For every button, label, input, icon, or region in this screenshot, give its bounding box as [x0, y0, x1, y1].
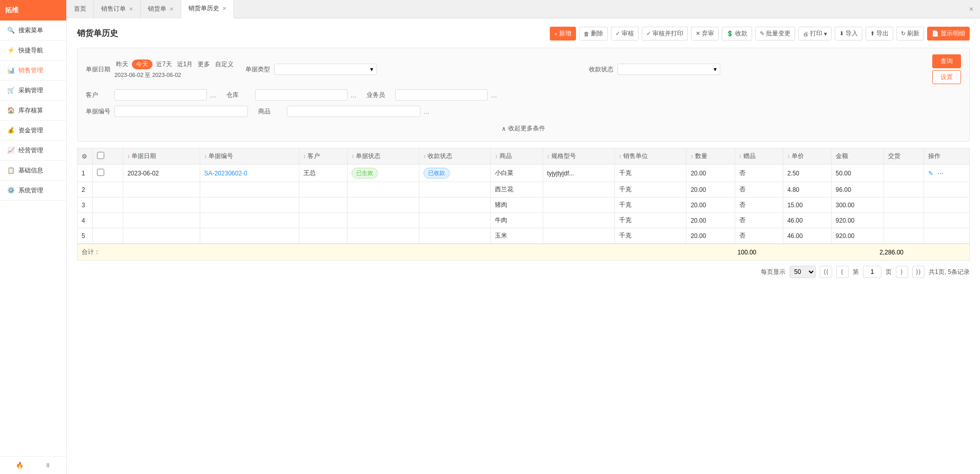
row5-doc-status — [347, 228, 419, 244]
row1-payment-status: 已收款 — [419, 165, 491, 182]
select-all-checkbox[interactable] — [97, 152, 104, 159]
customer-input[interactable] — [114, 89, 207, 101]
goods-dots-btn[interactable]: ... — [424, 107, 430, 115]
row1-price: 2.50 — [783, 165, 831, 182]
next-page-button[interactable]: ⟩ — [896, 266, 908, 278]
abandon-button[interactable]: ✕ 弃审 — [691, 27, 719, 41]
shortcut-yesterday[interactable]: 昨天 — [114, 60, 130, 69]
shortcut-7days[interactable]: 近7天 — [155, 60, 174, 69]
col-goods[interactable]: ↕ 商品 — [491, 148, 543, 165]
sidebar-pause-icon[interactable]: ⏸ — [45, 462, 51, 469]
salesman-input[interactable] — [395, 89, 488, 101]
sidebar-item-operations[interactable]: 📈 经营管理 — [0, 141, 66, 161]
collapse-button[interactable]: ∧ 收起更多条件 — [86, 122, 961, 135]
customer-dots-btn[interactable]: ... — [210, 91, 216, 99]
tab-sales-history-close[interactable]: ✕ — [222, 6, 226, 11]
goods-input[interactable] — [287, 106, 420, 117]
tab-close-all[interactable]: ✕ — [963, 6, 980, 13]
audit-print-icon: ✓ — [646, 30, 651, 37]
row1-unit: 千克 — [614, 165, 686, 182]
col-gear[interactable]: ⚙ — [78, 148, 93, 165]
col-payment-status[interactable]: ↕ 收款状态 — [419, 148, 491, 165]
search-menu-icon: 🔍 — [6, 26, 15, 35]
audit-button[interactable]: ✓ 审核 — [611, 27, 639, 41]
doc-type-select[interactable]: ▾ — [274, 64, 377, 75]
row2-seq: 2 — [78, 182, 93, 198]
tab-home[interactable]: 首页 — [67, 0, 94, 18]
sidebar-item-inventory[interactable]: 🏠 库存核算 — [0, 101, 66, 121]
delete-button[interactable]: 🗑 删除 — [579, 27, 608, 41]
export-button[interactable]: ⬆ 导出 — [866, 27, 893, 41]
row1-select[interactable] — [97, 169, 104, 176]
payment-status-select[interactable]: ▾ — [618, 64, 720, 75]
row4-unit: 千克 — [614, 213, 686, 228]
shortcut-custom[interactable]: 自定义 — [214, 60, 235, 69]
warehouse-dots-btn[interactable]: ... — [351, 91, 357, 99]
print-button[interactable]: 🖨 打印 ▾ — [798, 27, 832, 41]
setting-button[interactable]: 设置 — [932, 70, 961, 84]
col-doc-no[interactable]: ↕ 单据编号 — [200, 148, 299, 165]
doc-no-input[interactable] — [114, 106, 248, 117]
payment-status-dropdown-icon: ▾ — [714, 66, 717, 73]
collect-label: 收款 — [735, 29, 747, 38]
refresh-button[interactable]: ↻ 刷新 — [896, 27, 924, 41]
sidebar-item-search-menu[interactable]: 🔍 搜索菜单 — [0, 21, 66, 41]
tab-sales-goods[interactable]: 销货单 ✕ — [141, 0, 181, 18]
per-page-select[interactable]: 50 20 100 — [790, 266, 816, 278]
prev-page-button[interactable]: ⟨ — [836, 266, 849, 278]
shortcut-more[interactable]: 更多 — [196, 60, 212, 69]
new-button[interactable]: + 新增 — [550, 27, 576, 41]
tab-sales-goods-close[interactable]: ✕ — [169, 6, 174, 12]
sidebar-item-sales-mgmt[interactable]: 📊 销售管理 — [0, 61, 66, 81]
col-customer[interactable]: ↕ 客户 — [299, 148, 347, 165]
show-detail-button[interactable]: 📄 显示明细 — [927, 27, 970, 41]
sidebar-item-purchase-mgmt[interactable]: 🛒 采购管理 — [0, 81, 66, 101]
quick-nav-icon: ⚡ — [6, 46, 15, 55]
row1-doc-no-link[interactable]: SA-20230602-0 — [204, 170, 247, 177]
doc-type-dropdown-icon: ▾ — [370, 66, 373, 73]
salesman-dots-btn[interactable]: ... — [491, 91, 497, 99]
row2-spec — [543, 182, 614, 198]
sidebar-item-quick-nav[interactable]: ⚡ 快捷导航 — [0, 41, 66, 61]
last-page-button[interactable]: ⟩⟩ — [912, 266, 925, 278]
batch-change-button[interactable]: ✎ 批量变更 — [755, 27, 795, 41]
collapse-up-icon: ∧ — [502, 125, 506, 132]
col-qty[interactable]: ↕ 数量 — [686, 148, 735, 165]
shortcut-today[interactable]: 今天 — [132, 60, 152, 69]
col-unit[interactable]: ↕ 销售单位 — [614, 148, 686, 165]
sidebar-item-label: 销售管理 — [18, 66, 43, 75]
row3-unit: 千克 — [614, 198, 686, 213]
first-page-button[interactable]: ⟨⟨ — [820, 266, 832, 278]
print-dropdown-icon: ▾ — [824, 30, 827, 37]
sidebar-item-label: 基础信息 — [18, 166, 43, 175]
row2-gift: 否 — [735, 182, 783, 198]
shortcut-1month[interactable]: 近1月 — [176, 60, 195, 69]
row5-checkbox — [93, 228, 123, 244]
collect-button[interactable]: 💲 收款 — [722, 27, 752, 41]
sidebar-item-sys-admin[interactable]: ⚙️ 系统管理 — [0, 181, 66, 201]
sidebar-fire-icon[interactable]: 🔥 — [16, 462, 24, 469]
col-doc-date[interactable]: ↕ 单据日期 — [123, 148, 200, 165]
sidebar-item-basic-info[interactable]: 📋 基础信息 — [0, 161, 66, 181]
query-button[interactable]: 查询 — [932, 54, 961, 68]
tab-sales-history[interactable]: 销货单历史 ✕ — [181, 0, 234, 18]
col-price[interactable]: ↕ 单价 — [783, 148, 831, 165]
page-number-input[interactable] — [863, 266, 881, 278]
tab-sales-order-close[interactable]: ✕ — [129, 6, 133, 12]
import-button[interactable]: ⬇ 导入 — [835, 27, 862, 41]
row1-edit-icon[interactable]: ✎ — [928, 170, 933, 177]
col-gift[interactable]: ↕ 赠品 — [735, 148, 783, 165]
warehouse-filter: 仓库 ... — [226, 89, 357, 101]
sidebar-item-finance[interactable]: 💰 资金管理 — [0, 121, 66, 141]
row2-amount: 96.00 — [831, 182, 883, 198]
print-icon: 🖨 — [803, 31, 809, 37]
audit-icon: ✓ — [616, 30, 620, 37]
row1-more-icon[interactable]: ⋯ — [937, 170, 944, 177]
warehouse-input[interactable] — [255, 89, 348, 101]
tab-sales-order[interactable]: 销售订单 ✕ — [94, 0, 141, 18]
col-spec[interactable]: ↕ 规格型号 — [543, 148, 614, 165]
audit-print-button[interactable]: ✓ 审核并打印 — [642, 27, 688, 41]
row2-doc-status — [347, 182, 419, 198]
col-doc-status[interactable]: ↕ 单据状态 — [347, 148, 419, 165]
sidebar-item-label: 库存核算 — [18, 106, 43, 115]
